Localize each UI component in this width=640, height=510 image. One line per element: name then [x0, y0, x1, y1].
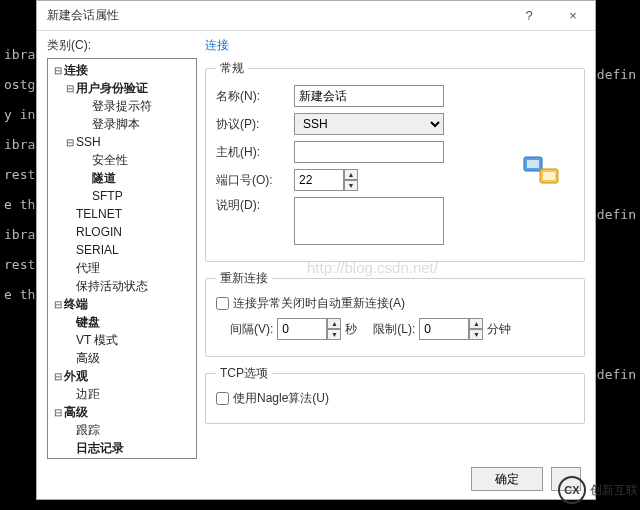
tree-item-label: 边距: [76, 386, 100, 403]
tree-item-label: TELNET: [76, 207, 122, 221]
tcp-group: TCP选项 使用Nagle算法(U): [205, 365, 585, 424]
tree-item[interactable]: 键盘: [48, 313, 196, 331]
session-name-input[interactable]: [294, 85, 444, 107]
tree-item[interactable]: ⊟SSH: [48, 133, 196, 151]
category-label: 类别(C):: [47, 37, 197, 54]
tree-item-label: SSH: [76, 135, 101, 149]
protocol-select[interactable]: SSH: [294, 113, 444, 135]
tree-item[interactable]: SERIAL: [48, 241, 196, 259]
tree-twisty-icon[interactable]: ⊟: [64, 83, 76, 94]
limit-label: 限制(L):: [373, 321, 415, 338]
panel-title: 连接: [205, 37, 585, 54]
tree-item-label: SFTP: [92, 189, 123, 203]
brand-text: 创新互联: [590, 482, 638, 499]
tree-item-label: 高级: [76, 350, 100, 367]
tree-item[interactable]: 安全性: [48, 151, 196, 169]
close-button[interactable]: ×: [551, 1, 595, 31]
general-legend: 常规: [216, 60, 248, 77]
tree-item[interactable]: ⊟终端: [48, 295, 196, 313]
tree-item[interactable]: ⊟高级: [48, 403, 196, 421]
tree-item-label: 文件传输: [64, 458, 112, 460]
tree-item-label: 高级: [64, 404, 88, 421]
tree-item[interactable]: ⊟文件传输: [48, 457, 196, 459]
category-tree[interactable]: ⊟连接⊟用户身份验证登录提示符登录脚本⊟SSH安全性隧道SFTPTELNETRL…: [47, 58, 197, 459]
tree-item[interactable]: VT 模式: [48, 331, 196, 349]
svg-rect-2: [527, 160, 539, 168]
tree-item[interactable]: 登录脚本: [48, 115, 196, 133]
brand-logo: CX 创新互联: [558, 476, 638, 504]
host-input[interactable]: [294, 141, 444, 163]
auto-reconnect-checkbox[interactable]: [216, 297, 229, 310]
general-group: 常规 名称(N): 协议(P): SSH 主机(H): 端口号(O):: [205, 60, 585, 262]
interval-spinner[interactable]: ▲▼: [277, 318, 341, 340]
unit-minutes: 分钟: [487, 321, 511, 338]
tree-item-label: SERIAL: [76, 243, 119, 257]
tree-item-label: 登录脚本: [92, 116, 140, 133]
tree-item-label: 跟踪: [76, 422, 100, 439]
dialog-title: 新建会话属性: [47, 7, 507, 24]
tree-item[interactable]: 高级: [48, 349, 196, 367]
limit-spinner[interactable]: ▲▼: [419, 318, 483, 340]
tree-item-label: 保持活动状态: [76, 278, 148, 295]
name-label: 名称(N):: [216, 88, 294, 105]
tree-item[interactable]: ⊟用户身份验证: [48, 79, 196, 97]
tcp-legend: TCP选项: [216, 365, 272, 382]
reconnect-group: 重新连接 连接异常关闭时自动重新连接(A) 间隔(V): ▲▼ 秒: [205, 270, 585, 357]
description-input[interactable]: [294, 197, 444, 245]
tree-item[interactable]: 跟踪: [48, 421, 196, 439]
interval-label: 间隔(V):: [230, 321, 273, 338]
tree-item-label: 键盘: [76, 314, 100, 331]
tree-item[interactable]: 隧道: [48, 169, 196, 187]
tree-item-label: VT 模式: [76, 332, 118, 349]
port-label: 端口号(O):: [216, 172, 294, 189]
auto-reconnect-label: 连接异常关闭时自动重新连接(A): [233, 295, 405, 312]
unit-seconds: 秒: [345, 321, 357, 338]
tree-item-label: RLOGIN: [76, 225, 122, 239]
port-up-icon[interactable]: ▲: [344, 169, 358, 180]
connection-panel: 连接 常规 名称(N): 协议(P): SSH 主机(H):: [205, 37, 585, 459]
tree-item-label: 日志记录: [76, 440, 124, 457]
tree-item-label: 外观: [64, 368, 88, 385]
port-spinner[interactable]: ▲▼: [294, 169, 358, 191]
tree-item[interactable]: ⊟连接: [48, 61, 196, 79]
tree-item[interactable]: ⊟外观: [48, 367, 196, 385]
dialog-buttons: 确定: [37, 463, 595, 499]
tree-item[interactable]: 登录提示符: [48, 97, 196, 115]
tree-item[interactable]: 保持活动状态: [48, 277, 196, 295]
connection-icon: [522, 155, 562, 187]
tree-item[interactable]: 代理: [48, 259, 196, 277]
tree-item-label: 登录提示符: [92, 98, 152, 115]
tree-item-label: 连接: [64, 62, 88, 79]
nagle-checkbox[interactable]: [216, 392, 229, 405]
tree-item[interactable]: RLOGIN: [48, 223, 196, 241]
tree-twisty-icon[interactable]: ⊟: [64, 137, 76, 148]
host-label: 主机(H):: [216, 144, 294, 161]
tree-item-label: 终端: [64, 296, 88, 313]
tree-twisty-icon[interactable]: ⊟: [52, 371, 64, 382]
brand-mark-icon: CX: [558, 476, 586, 504]
desc-label: 说明(D):: [216, 197, 294, 214]
tree-item[interactable]: SFTP: [48, 187, 196, 205]
tree-item-label: 用户身份验证: [76, 80, 148, 97]
tree-item-label: 代理: [76, 260, 100, 277]
tree-item[interactable]: 日志记录: [48, 439, 196, 457]
protocol-label: 协议(P):: [216, 116, 294, 133]
tree-item-label: 安全性: [92, 152, 128, 169]
tree-item-label: 隧道: [92, 170, 116, 187]
tree-twisty-icon[interactable]: ⊟: [52, 299, 64, 310]
port-down-icon[interactable]: ▼: [344, 180, 358, 191]
ok-button[interactable]: 确定: [471, 467, 543, 491]
tree-item[interactable]: TELNET: [48, 205, 196, 223]
port-input[interactable]: [294, 169, 344, 191]
nagle-label: 使用Nagle算法(U): [233, 390, 329, 407]
titlebar: 新建会话属性 ? ×: [37, 1, 595, 31]
help-button[interactable]: ?: [507, 1, 551, 31]
tree-item[interactable]: 边距: [48, 385, 196, 403]
reconnect-legend: 重新连接: [216, 270, 272, 287]
session-properties-dialog: 新建会话属性 ? × 类别(C): ⊟连接⊟用户身份验证登录提示符登录脚本⊟SS…: [36, 0, 596, 500]
svg-rect-3: [543, 172, 555, 180]
limit-input[interactable]: [419, 318, 469, 340]
tree-twisty-icon[interactable]: ⊟: [52, 65, 64, 76]
tree-twisty-icon[interactable]: ⊟: [52, 407, 64, 418]
interval-input[interactable]: [277, 318, 327, 340]
